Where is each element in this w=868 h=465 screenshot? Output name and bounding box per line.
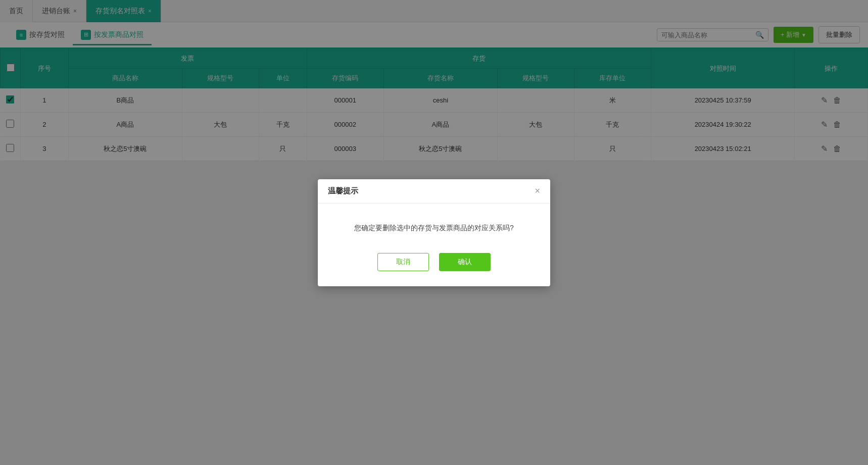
- confirm-dialog: 温馨提示 × 您确定要删除选中的存货与发票商品的对应关系吗? 取消 确认: [318, 179, 550, 286]
- dialog-title: 温馨提示: [328, 186, 358, 196]
- dialog-message: 您确定要删除选中的存货与发票商品的对应关系吗?: [354, 224, 514, 232]
- dialog-body: 您确定要删除选中的存货与发票商品的对应关系吗?: [318, 203, 550, 248]
- cancel-button[interactable]: 取消: [377, 253, 429, 271]
- dialog-footer: 取消 确认: [318, 248, 550, 286]
- modal-overlay: 温馨提示 × 您确定要删除选中的存货与发票商品的对应关系吗? 取消 确认: [0, 0, 868, 465]
- confirm-button[interactable]: 确认: [439, 253, 491, 271]
- dialog-header: 温馨提示 ×: [318, 179, 550, 203]
- dialog-close-button[interactable]: ×: [535, 186, 540, 195]
